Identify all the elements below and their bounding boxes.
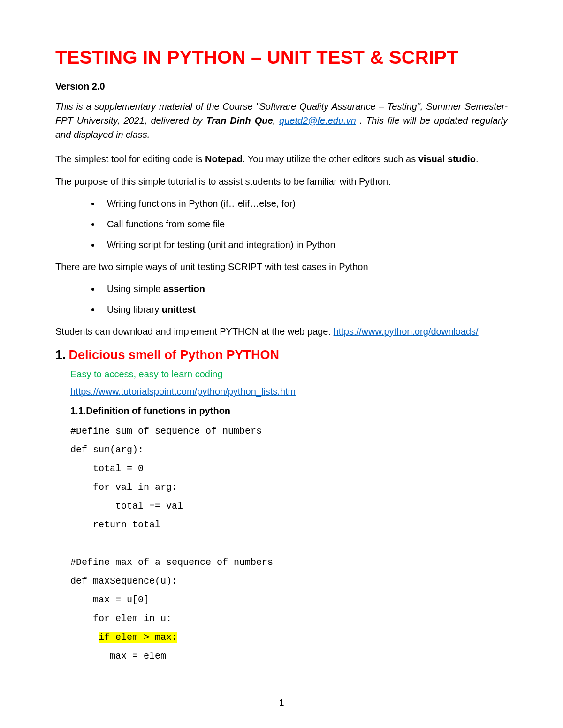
editor-paragraph: The simplest tool for editing code is No… — [55, 152, 508, 166]
bullet-text: Writing script for testing (unit and int… — [107, 240, 335, 250]
editor-p1: The simplest tool for editing code is — [55, 154, 205, 164]
section-1-number: 1. — [55, 348, 66, 362]
download-pre: Students can download and implement PYTH… — [55, 326, 334, 337]
bullet-bold: assertion — [163, 284, 205, 294]
code-line: max = elem — [70, 651, 166, 661]
ways-paragraph: There are two simple ways of unit testin… — [55, 260, 508, 274]
purpose-bullets: Writing functions in Python (if…elif…els… — [55, 197, 508, 251]
editor-p2: . You may utilize the other editors such… — [243, 154, 418, 164]
code-line-pre — [70, 632, 99, 643]
ways-bullets: Using simple assertion Using library uni… — [55, 282, 508, 316]
list-item: Writing functions in Python (if…elif…els… — [100, 197, 508, 210]
purpose-paragraph: The purpose of this simple tutorial is t… — [55, 174, 508, 188]
code-line: max = u[0] — [70, 594, 149, 605]
intro-email-link[interactable]: quetd2@fe.edu.vn — [279, 115, 356, 126]
bullet-bold: unittest — [162, 304, 196, 315]
code-line: def sum(arg): — [70, 444, 144, 455]
code-block: #Define sum of sequence of numbers def s… — [70, 422, 508, 666]
version-line: Version 2.0 — [55, 81, 508, 92]
bullet-pre: Using simple — [107, 284, 163, 294]
editor-notepad: Notepad — [205, 154, 243, 164]
section-1-heading: 1.Delicious smell of Python PYTHON — [55, 348, 508, 362]
intro-paragraph: This is a supplementary material of the … — [55, 99, 508, 142]
editor-p3: . — [476, 154, 479, 164]
code-line: #Define max of a sequence of numbers — [70, 557, 273, 568]
tutorialspoint-link[interactable]: https://www.tutorialspoint.com/python/py… — [70, 386, 296, 397]
section-1-subtitle: Easy to access, easy to learn coding — [70, 369, 508, 380]
page: TESTING IN PYTHON – UNIT TEST & SCRIPT V… — [0, 0, 563, 728]
code-highlight: if elem > max: — [99, 632, 177, 643]
subsection-1-1-heading: 1.1.Definition of functions in python — [70, 405, 508, 416]
code-line: for val in arg: — [70, 482, 177, 493]
editor-vs: visual studio — [418, 154, 476, 164]
page-number: 1 — [0, 698, 563, 708]
tutorialspoint-line: https://www.tutorialspoint.com/python/py… — [70, 386, 508, 397]
intro-author: Tran Dinh Que — [206, 115, 273, 126]
code-line: total = 0 — [70, 463, 144, 474]
list-item: Call functions from some file — [100, 218, 508, 231]
section-1-body: Easy to access, easy to learn coding htt… — [55, 369, 508, 666]
code-line: for elem in u: — [70, 613, 172, 624]
code-line: #Define sum of sequence of numbers — [70, 426, 262, 436]
python-download-link[interactable]: https://www.python.org/downloads/ — [334, 326, 479, 337]
document-title: TESTING IN PYTHON – UNIT TEST & SCRIPT — [55, 47, 508, 68]
code-line: def maxSequence(u): — [70, 576, 177, 586]
list-item: Using library unittest — [100, 303, 508, 316]
bullet-pre: Using library — [107, 304, 162, 315]
bullet-text: Call functions from some file — [107, 219, 225, 229]
code-line: total += val — [70, 501, 183, 511]
bullet-text: Writing functions in Python (if…elif…els… — [107, 198, 296, 209]
intro-sep: , — [273, 115, 279, 126]
download-paragraph: Students can download and implement PYTH… — [55, 324, 508, 338]
code-line: return total — [70, 519, 160, 530]
list-item: Writing script for testing (unit and int… — [100, 238, 508, 251]
list-item: Using simple assertion — [100, 282, 508, 295]
section-1-title: Delicious smell of Python PYTHON — [69, 348, 280, 362]
